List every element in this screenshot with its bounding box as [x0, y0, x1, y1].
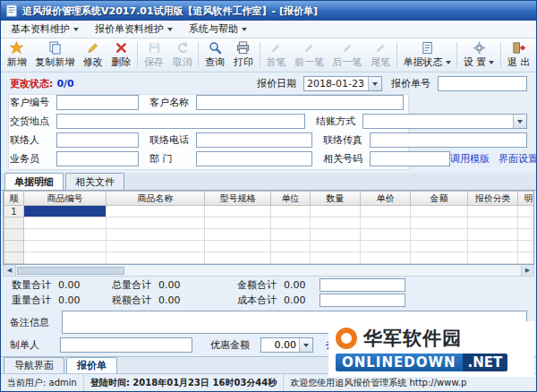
grid-cell[interactable] [205, 252, 271, 264]
settings-button[interactable]: 设 置 [459, 39, 499, 71]
col-header[interactable]: 顺 [4, 192, 24, 206]
col-header[interactable]: 型号规格 [205, 192, 271, 206]
grid-cell[interactable] [518, 217, 535, 229]
col-header[interactable]: 商品名称 [107, 192, 205, 206]
col-header[interactable]: 报价分类 [468, 192, 518, 206]
discount-input[interactable] [260, 337, 313, 353]
col-header[interactable]: 单价 [361, 192, 411, 206]
dropdown-button[interactable] [513, 115, 526, 128]
col-header[interactable]: 商品编号 [24, 192, 107, 206]
grid-cell[interactable] [107, 217, 205, 229]
scroll-left-icon[interactable]: ◀ [4, 265, 16, 276]
department-input[interactable] [196, 151, 312, 166]
discount-value-field[interactable] [261, 338, 299, 352]
grid-cell[interactable] [468, 252, 518, 264]
scrollbar-thumb[interactable] [17, 267, 124, 275]
grid-cell[interactable] [468, 229, 518, 241]
grid-cell[interactable] [271, 206, 311, 217]
grid-cell[interactable] [205, 241, 271, 252]
customer-name-input[interactable] [196, 95, 404, 110]
customer-no-input[interactable] [56, 95, 139, 110]
grid-cell[interactable] [468, 206, 518, 217]
menu-system-help[interactable]: 系统与帮助 [181, 21, 255, 38]
grid-cell[interactable] [361, 206, 411, 217]
row-header[interactable]: 1 [4, 206, 24, 217]
template-link[interactable]: 调用模版 [450, 152, 490, 166]
grid-cell[interactable] [205, 217, 271, 229]
settlement-select[interactable] [362, 114, 527, 129]
next-record-button[interactable]: 后一笔 [328, 39, 366, 71]
menu-basic-data[interactable]: 基本资料维护 [3, 21, 87, 38]
phone-input[interactable] [196, 132, 312, 148]
grid-cell[interactable] [468, 241, 518, 252]
print-button[interactable]: 打印 [229, 39, 258, 71]
first-record-button[interactable]: 首笔 [262, 39, 291, 71]
grid-cell[interactable] [411, 229, 468, 241]
salesman-input[interactable] [56, 151, 139, 166]
grid-cell[interactable] [361, 252, 411, 264]
grid-cell[interactable] [107, 229, 205, 241]
doc-status-button[interactable]: 单据状态 [399, 39, 455, 71]
new-button[interactable]: 新增 [3, 39, 31, 71]
dropdown-button[interactable] [368, 77, 381, 90]
grid-cell[interactable] [468, 217, 518, 229]
row-header[interactable] [4, 217, 24, 229]
grid-cell[interactable] [24, 229, 107, 241]
col-header[interactable]: 单位 [271, 192, 311, 206]
grid-cell[interactable] [311, 206, 361, 217]
col-header[interactable]: 金额 [411, 192, 468, 206]
grid-cell[interactable] [205, 229, 271, 241]
grid-cell[interactable] [411, 241, 468, 252]
grid-cell[interactable] [311, 241, 361, 252]
cancel-button[interactable]: 取消 [168, 39, 197, 71]
save-button[interactable]: 保存 [140, 39, 168, 71]
col-header[interactable]: 明 [518, 192, 535, 206]
prev-record-button[interactable]: 前一笔 [290, 39, 328, 71]
exit-button[interactable]: 退 出 [503, 39, 534, 71]
tab-detail[interactable]: 单据明细 [4, 173, 64, 190]
horizontal-scrollbar[interactable]: ◀ ▶ [3, 265, 534, 277]
grid-cell[interactable] [361, 229, 411, 241]
search-button[interactable]: 查询 [200, 39, 229, 71]
grid-cell[interactable] [24, 241, 107, 252]
row-header[interactable] [4, 229, 24, 241]
grid-cell[interactable] [518, 206, 535, 217]
row-header[interactable] [4, 252, 24, 264]
col-header[interactable]: 数量 [311, 192, 361, 206]
grid-cell[interactable] [518, 252, 535, 264]
grid-cell[interactable] [518, 229, 535, 241]
edit-button[interactable]: 修改 [79, 39, 107, 71]
grid-cell[interactable] [271, 229, 311, 241]
quote-date-select[interactable]: 2018-01-23 [303, 76, 382, 91]
tab-navigation[interactable]: 导航界面 [4, 357, 64, 373]
menu-quote-data[interactable]: 报价单资料维护 [87, 21, 181, 38]
tab-related-files[interactable]: 相关文件 [65, 173, 124, 190]
last-record-button[interactable]: 尾笔 [366, 39, 395, 71]
scroll-right-icon[interactable]: ▶ [521, 265, 533, 276]
delivery-place-input[interactable] [56, 114, 305, 129]
grid-cell[interactable] [411, 206, 468, 217]
grid-cell[interactable] [205, 206, 271, 217]
grid-cell[interactable] [271, 217, 311, 229]
related-no-input[interactable] [370, 151, 450, 166]
grid-cell[interactable] [518, 241, 535, 252]
quote-no-input[interactable] [438, 76, 527, 91]
row-header[interactable] [4, 241, 24, 252]
dropdown-button[interactable] [299, 338, 312, 352]
fax-input[interactable] [370, 132, 527, 148]
grid-cell[interactable] [24, 252, 107, 264]
grid-cell[interactable] [107, 241, 205, 252]
contact-input[interactable] [56, 132, 139, 148]
grid-cell[interactable] [271, 252, 311, 264]
grid-cell[interactable] [107, 252, 205, 264]
cost-total-input[interactable] [320, 294, 405, 307]
grid-cell-selected[interactable] [24, 206, 107, 217]
amount-total-input[interactable] [320, 278, 405, 292]
grid-cell[interactable] [361, 241, 411, 252]
maker-input[interactable] [60, 337, 192, 353]
grid-cell[interactable] [271, 241, 311, 252]
grid-cell[interactable] [311, 217, 361, 229]
grid-cell[interactable] [361, 217, 411, 229]
grid-cell[interactable] [411, 217, 468, 229]
grid-cell[interactable] [107, 206, 205, 217]
